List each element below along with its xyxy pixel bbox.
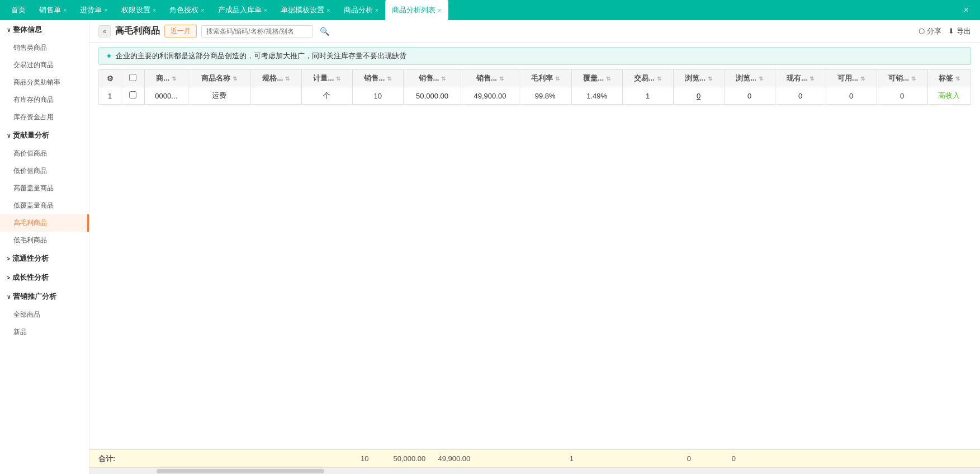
col-header-spec[interactable]: 规格...⇅ xyxy=(250,70,301,87)
col-header-name[interactable]: 商品名称⇅ xyxy=(188,70,250,87)
nav-close-icon[interactable]: × xyxy=(326,7,330,13)
scrollbar-thumb[interactable] xyxy=(157,469,324,473)
row-name: 运费 xyxy=(188,87,250,105)
col-header-view1[interactable]: 浏览...⇅ xyxy=(673,70,724,87)
nav-close-icon[interactable]: × xyxy=(201,7,204,13)
sidebar-section-成长性分析[interactable]: >成长性分析 xyxy=(0,268,89,287)
sidebar-section-label: 整体信息 xyxy=(13,25,42,35)
nav-close-icon[interactable]: × xyxy=(438,7,441,13)
footer-trade: 1 xyxy=(549,454,594,463)
sidebar-item-有库存的商品[interactable]: 有库存的商品 xyxy=(0,91,89,109)
nav-item-角色授权[interactable]: 角色授权× xyxy=(163,0,211,20)
nav-item-商品分析列表[interactable]: 商品分析列表× xyxy=(385,0,448,20)
nav-item-商品分析[interactable]: 商品分析× xyxy=(337,0,385,20)
sidebar-collapse-button[interactable]: « xyxy=(98,25,111,37)
filter-recent-month-button[interactable]: 近一月 xyxy=(164,25,197,37)
resize-handle: ⇅ xyxy=(759,76,763,82)
nav-close-icon[interactable]: × xyxy=(63,7,67,13)
sidebar-item-高毛利商品[interactable]: 高毛利商品 xyxy=(0,214,89,232)
col-header-grossRate[interactable]: 毛利率⇅ xyxy=(519,70,571,87)
row-available-stock: 0 xyxy=(826,87,877,105)
row-trade: 1 xyxy=(622,87,673,105)
select-all-checkbox[interactable] xyxy=(129,74,136,81)
resize-handle: ⇅ xyxy=(233,76,237,82)
nav-item-单据模板设置[interactable]: 单据模板设置× xyxy=(274,0,337,20)
sidebar-arrow-icon: ∨ xyxy=(7,27,11,33)
sidebar-item-商品分类助销率[interactable]: 商品分类助销率 xyxy=(0,74,89,91)
row-unit: 个 xyxy=(301,87,352,105)
nav-item-权限设置[interactable]: 权限设置× xyxy=(115,0,163,20)
col-header-saleableStock[interactable]: 可销...⇅ xyxy=(877,70,927,87)
nav-close-icon[interactable]: × xyxy=(375,7,378,13)
resize-handle: ⇅ xyxy=(860,76,865,82)
resize-handle: ⇅ xyxy=(911,76,916,82)
data-table-wrapper: ⚙商...⇅商品名称⇅规格...⇅计量...⇅销售...⇅销售...⇅销售...… xyxy=(98,69,971,449)
tag-label: 高收入 xyxy=(938,91,960,100)
sidebar-item-低覆盖量商品[interactable]: 低覆盖量商品 xyxy=(0,197,89,214)
sidebar-section-贡献量分析[interactable]: ∨贡献量分析 xyxy=(0,126,89,145)
resize-handle: ⇅ xyxy=(441,76,446,82)
search-button[interactable]: 🔍 xyxy=(318,26,332,37)
settings-icon[interactable]: ⚙ xyxy=(107,74,113,83)
page-title: 高毛利商品 xyxy=(115,25,160,37)
row-checkbox[interactable] xyxy=(121,87,144,105)
search-input[interactable] xyxy=(201,25,313,37)
resize-handle: ⇅ xyxy=(499,76,504,82)
col-header-coverage[interactable]: 覆盖...⇅ xyxy=(571,70,622,87)
sidebar-item-高价值商品[interactable]: 高价值商品 xyxy=(0,145,89,162)
col-header-saleCost[interactable]: 销售...⇅ xyxy=(461,70,519,87)
resize-handle: ⇅ xyxy=(657,76,661,82)
nav-item-产成品入库单[interactable]: 产成品入库单× xyxy=(211,0,274,20)
footer-available-stock: 0 xyxy=(711,454,756,463)
sidebar-section-流通性分析[interactable]: >流通性分析 xyxy=(0,249,89,268)
sidebar-item-销售类商品[interactable]: 销售类商品 xyxy=(0,39,89,57)
sidebar-section-营销推广分析[interactable]: ∨营销推广分析 xyxy=(0,287,89,306)
horizontal-scrollbar[interactable] xyxy=(89,467,980,474)
col-header-trade[interactable]: 交易...⇅ xyxy=(622,70,673,87)
sidebar-item-低价值商品[interactable]: 低价值商品 xyxy=(0,162,89,180)
row-view1[interactable]: 0 xyxy=(673,87,724,105)
col-header-tag[interactable]: 标签⇅ xyxy=(927,70,970,87)
sidebar-item-全部商品[interactable]: 全部商品 xyxy=(0,306,89,323)
resize-handle: ⇅ xyxy=(285,76,290,82)
row-sale-cost: 49,900.00 xyxy=(461,87,519,105)
footer-sale-cost: 49,900.00 xyxy=(432,454,476,463)
row-index: 1 xyxy=(99,87,121,105)
resize-handle: ⇅ xyxy=(172,76,176,82)
col-header-availableStock[interactable]: 可用...⇅ xyxy=(826,70,877,87)
sidebar-item-新品[interactable]: 新品 xyxy=(0,323,89,341)
nav-item-进货单[interactable]: 进货单× xyxy=(73,0,114,20)
col-header-index[interactable]: ⚙ xyxy=(99,70,121,87)
sidebar-item-高覆盖量商品[interactable]: 高覆盖量商品 xyxy=(0,180,89,197)
sidebar-item-库存资金占用[interactable]: 库存资金占用 xyxy=(0,109,89,126)
nav-close-icon[interactable]: × xyxy=(153,7,156,13)
sidebar-item-低毛利商品[interactable]: 低毛利商品 xyxy=(0,232,89,249)
share-button[interactable]: ⬡ 分享 xyxy=(919,26,941,36)
sidebar-section-整体信息[interactable]: ∨整体信息 xyxy=(0,20,89,39)
col-header-checkbox[interactable] xyxy=(121,70,144,87)
sidebar-section-label: 成长性分析 xyxy=(12,273,49,283)
resize-handle: ⇅ xyxy=(809,76,814,82)
resize-handle: ⇅ xyxy=(336,76,340,82)
col-header-code[interactable]: 商...⇅ xyxy=(144,70,188,87)
info-bar: ✦ 企业的主要的利润都是这部分商品创造的，可考虑加大推广，同时关注库存量不要出现… xyxy=(98,47,971,65)
row-checkbox-input[interactable] xyxy=(129,91,136,98)
nav-item-销售单[interactable]: 销售单× xyxy=(32,0,73,20)
window-close-button[interactable]: × xyxy=(957,5,976,15)
header-actions: ⬡ 分享 ⬇ 导出 xyxy=(919,26,971,36)
col-header-saleAmt[interactable]: 销售...⇅ xyxy=(403,70,461,87)
col-header-view2[interactable]: 浏览...⇅ xyxy=(724,70,775,87)
export-button[interactable]: ⬇ 导出 xyxy=(948,26,971,36)
nav-close-icon[interactable]: × xyxy=(104,7,107,13)
data-table: ⚙商...⇅商品名称⇅规格...⇅计量...⇅销售...⇅销售...⇅销售...… xyxy=(98,69,971,105)
col-header-currentStock[interactable]: 现有...⇅ xyxy=(775,70,826,87)
sidebar-item-交易过的商品[interactable]: 交易过的商品 xyxy=(0,57,89,74)
table-row: 10000...运费个1050,000.0049,900.0099.8%1.49… xyxy=(99,87,971,105)
nav-close-icon[interactable]: × xyxy=(264,7,267,13)
sidebar-arrow-icon: ∨ xyxy=(7,294,11,300)
nav-item-首页[interactable]: 首页 xyxy=(4,0,32,20)
total-label: 合计: xyxy=(98,454,115,464)
view-link[interactable]: 0 xyxy=(697,92,700,100)
col-header-unit[interactable]: 计量...⇅ xyxy=(301,70,352,87)
col-header-saleQty[interactable]: 销售...⇅ xyxy=(352,70,403,87)
